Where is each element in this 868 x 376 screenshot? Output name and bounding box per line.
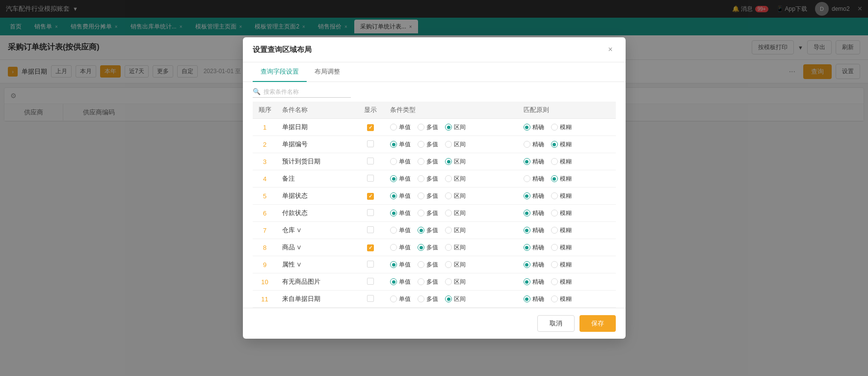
type-radio-item[interactable]: 单值 (390, 261, 411, 269)
show-checkbox[interactable] (367, 278, 374, 285)
match-radio-item[interactable]: 精确 (524, 261, 544, 269)
radio-dot (418, 261, 424, 268)
tab-layout-adjust[interactable]: 布局调整 (307, 62, 348, 82)
match-radio-item[interactable]: 模糊 (551, 158, 572, 166)
type-radio-item[interactable]: 单值 (390, 243, 411, 252)
radio-dot (418, 227, 424, 234)
show-checkbox[interactable] (367, 244, 374, 251)
table-row: 11来自单据日期单值多值区间精确模糊 (253, 291, 616, 308)
match-radio-item[interactable]: 模糊 (551, 175, 572, 183)
radio-dot (390, 175, 397, 182)
table-row: 6付款状态单值多值区间精确模糊 (253, 205, 616, 222)
radio-dot (524, 192, 530, 199)
match-radio-item[interactable]: 精确 (524, 192, 544, 200)
type-radio-item[interactable]: 区间 (445, 278, 466, 286)
type-radio-item[interactable]: 单值 (390, 209, 411, 217)
radio-dot (418, 124, 424, 131)
type-radio-item[interactable]: 区间 (445, 295, 466, 303)
match-radio-item[interactable]: 精确 (524, 158, 544, 166)
row-order: 5 (253, 188, 277, 205)
tab-field-settings[interactable]: 查询字段设置 (253, 62, 307, 82)
table-row: 7仓库 ∨单值多值区间精确模糊 (253, 222, 616, 239)
row-show-cell (356, 256, 385, 273)
match-radio-item[interactable]: 模糊 (551, 192, 572, 200)
match-radio-item[interactable]: 精确 (524, 243, 544, 252)
search-wrap: 🔍 (253, 88, 351, 98)
match-radio-group: 精确模糊 (524, 209, 611, 217)
show-checkbox[interactable] (367, 193, 374, 200)
type-radio-item[interactable]: 区间 (445, 175, 466, 183)
type-radio-item[interactable]: 多值 (418, 278, 438, 286)
match-radio-item[interactable]: 精确 (524, 175, 544, 183)
match-radio-item[interactable]: 模糊 (551, 243, 572, 252)
show-checkbox[interactable] (367, 124, 374, 131)
show-checkbox[interactable] (367, 158, 374, 164)
type-radio-item[interactable]: 多值 (418, 158, 438, 166)
radio-dot (524, 244, 530, 251)
row-show-cell (356, 153, 385, 170)
row-condition-name: 预计到货日期 (277, 153, 356, 170)
match-radio-item[interactable]: 精确 (524, 140, 544, 149)
type-radio-item[interactable]: 单值 (390, 192, 411, 200)
type-radio-item[interactable]: 区间 (445, 243, 466, 252)
radio-dot (390, 192, 397, 199)
row-match-cell: 精确模糊 (519, 291, 616, 308)
match-radio-item[interactable]: 模糊 (551, 140, 572, 149)
match-radio-item[interactable]: 模糊 (551, 295, 572, 303)
show-checkbox[interactable] (367, 140, 374, 147)
row-type-cell: 单值多值区间 (385, 188, 519, 205)
type-radio-group: 单值多值区间 (390, 192, 514, 200)
show-checkbox[interactable] (367, 209, 374, 216)
type-radio-item[interactable]: 多值 (418, 261, 438, 269)
row-order: 9 (253, 256, 277, 273)
match-radio-item[interactable]: 精确 (524, 295, 544, 303)
match-radio-item[interactable]: 精确 (524, 123, 544, 132)
type-radio-item[interactable]: 单值 (390, 175, 411, 183)
type-radio-item[interactable]: 多值 (418, 243, 438, 252)
type-radio-item[interactable]: 多值 (418, 123, 438, 132)
match-radio-item[interactable]: 模糊 (551, 261, 572, 269)
type-radio-item[interactable]: 多值 (418, 295, 438, 303)
type-radio-item[interactable]: 单值 (390, 226, 411, 235)
show-checkbox[interactable] (367, 295, 374, 302)
radio-dot (551, 175, 558, 182)
match-radio-item[interactable]: 精确 (524, 226, 544, 235)
type-radio-item[interactable]: 区间 (445, 226, 466, 235)
save-button[interactable]: 保存 (579, 315, 616, 332)
type-radio-item[interactable]: 单值 (390, 278, 411, 286)
type-radio-item[interactable]: 多值 (418, 192, 438, 200)
match-radio-item[interactable]: 模糊 (551, 226, 572, 235)
type-radio-item[interactable]: 多值 (418, 175, 438, 183)
type-radio-item[interactable]: 区间 (445, 261, 466, 269)
type-radio-item[interactable]: 多值 (418, 209, 438, 217)
type-radio-group: 单值多值区间 (390, 158, 514, 166)
cancel-button[interactable]: 取消 (537, 315, 575, 332)
type-radio-item[interactable]: 多值 (418, 226, 438, 235)
type-radio-item[interactable]: 区间 (445, 158, 466, 166)
show-checkbox[interactable] (367, 226, 374, 233)
radio-dot (551, 158, 558, 165)
match-radio-item[interactable]: 精确 (524, 278, 544, 286)
match-radio-item[interactable]: 模糊 (551, 123, 572, 132)
search-input[interactable] (263, 88, 351, 95)
type-radio-item[interactable]: 区间 (445, 140, 466, 149)
type-radio-item[interactable]: 区间 (445, 123, 466, 132)
match-radio-group: 精确模糊 (524, 192, 611, 200)
match-radio-item[interactable]: 模糊 (551, 209, 572, 217)
row-match-cell: 精确模糊 (519, 273, 616, 291)
show-checkbox[interactable] (367, 175, 374, 182)
type-radio-item[interactable]: 单值 (390, 295, 411, 303)
settings-modal: 设置查询区域布局 × 查询字段设置 布局调整 🔍 顺序 条件名称 显示 (243, 37, 626, 339)
modal-close-button[interactable]: × (605, 44, 615, 55)
radio-dot (524, 158, 530, 165)
type-radio-item[interactable]: 单值 (390, 140, 411, 149)
type-radio-item[interactable]: 区间 (445, 192, 466, 200)
show-checkbox[interactable] (367, 261, 374, 268)
radio-dot (418, 158, 424, 165)
type-radio-item[interactable]: 多值 (418, 140, 438, 149)
type-radio-item[interactable]: 单值 (390, 123, 411, 132)
match-radio-item[interactable]: 精确 (524, 209, 544, 217)
type-radio-item[interactable]: 区间 (445, 209, 466, 217)
type-radio-item[interactable]: 单值 (390, 158, 411, 166)
match-radio-item[interactable]: 模糊 (551, 278, 572, 286)
